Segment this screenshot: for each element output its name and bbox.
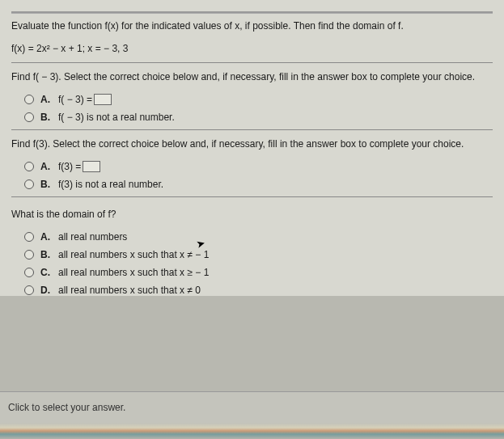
part3-option-b[interactable]: B. all real numbers x such that x ≠ − 1 bbox=[24, 249, 493, 260]
part1-option-b[interactable]: B. f( − 3) is not a real number. bbox=[24, 112, 493, 123]
part2-option-b[interactable]: B. f(3) is not a real number. bbox=[24, 179, 493, 190]
option-text: f( − 3) = bbox=[58, 94, 92, 105]
footer-bar: Click to select your answer. bbox=[0, 391, 504, 423]
radio-icon[interactable] bbox=[24, 285, 34, 295]
answer-input-box[interactable] bbox=[83, 161, 100, 172]
option-text: f(3) is not a real number. bbox=[58, 179, 163, 190]
part3-prompt: What is the domain of f? bbox=[11, 209, 493, 220]
option-text: all real numbers bbox=[58, 231, 127, 243]
option-text: all real numbers x such that x ≠ 0 bbox=[58, 285, 201, 296]
part3-option-c[interactable]: C. all real numbers x such that x ≥ − 1 bbox=[24, 267, 493, 278]
radio-icon[interactable] bbox=[24, 162, 34, 171]
option-label: C. bbox=[40, 267, 53, 278]
top-divider bbox=[11, 11, 493, 14]
radio-icon[interactable] bbox=[24, 112, 34, 122]
radio-icon[interactable] bbox=[24, 232, 34, 242]
option-label: A. bbox=[40, 94, 53, 105]
option-label: B. bbox=[40, 249, 53, 260]
radio-icon[interactable] bbox=[24, 268, 34, 277]
worksheet-panel: Evaluate the function f(x) for the indic… bbox=[0, 0, 504, 296]
option-label: A. bbox=[40, 231, 53, 243]
instruction-text: Evaluate the function f(x) for the indic… bbox=[11, 20, 493, 32]
function-definition: f(x) = 2x² − x + 1; x = − 3, 3 bbox=[11, 43, 493, 54]
option-text: all real numbers x such that x ≥ − 1 bbox=[58, 267, 209, 278]
option-text: f( − 3) is not a real number. bbox=[58, 112, 175, 123]
option-label: B. bbox=[40, 179, 53, 190]
divider-1 bbox=[11, 62, 493, 63]
part1-prompt: Find f( − 3). Select the correct choice … bbox=[11, 71, 493, 82]
option-text: all real numbers x such that x ≠ − 1 bbox=[58, 249, 209, 260]
footer-text: Click to select your answer. bbox=[8, 402, 125, 413]
option-label: A. bbox=[40, 161, 53, 172]
answer-input-box[interactable] bbox=[94, 94, 112, 105]
option-label: B. bbox=[40, 112, 53, 123]
part1-option-a[interactable]: A. f( − 3) = bbox=[24, 94, 493, 105]
divider-3 bbox=[11, 196, 493, 197]
radio-icon[interactable] bbox=[24, 95, 34, 104]
part2-option-a[interactable]: A. f(3) = bbox=[24, 161, 493, 172]
part3-option-d[interactable]: D. all real numbers x such that x ≠ 0 bbox=[24, 285, 493, 296]
radio-icon[interactable] bbox=[24, 250, 34, 260]
bottom-gradient-decoration bbox=[0, 423, 504, 439]
option-label: D. bbox=[40, 285, 53, 296]
part3-option-a[interactable]: A. all real numbers bbox=[24, 231, 493, 243]
radio-icon[interactable] bbox=[24, 179, 34, 189]
option-text: f(3) = bbox=[58, 161, 81, 172]
part2-prompt: Find f(3). Select the correct choice bel… bbox=[11, 138, 493, 150]
divider-2 bbox=[11, 129, 493, 130]
